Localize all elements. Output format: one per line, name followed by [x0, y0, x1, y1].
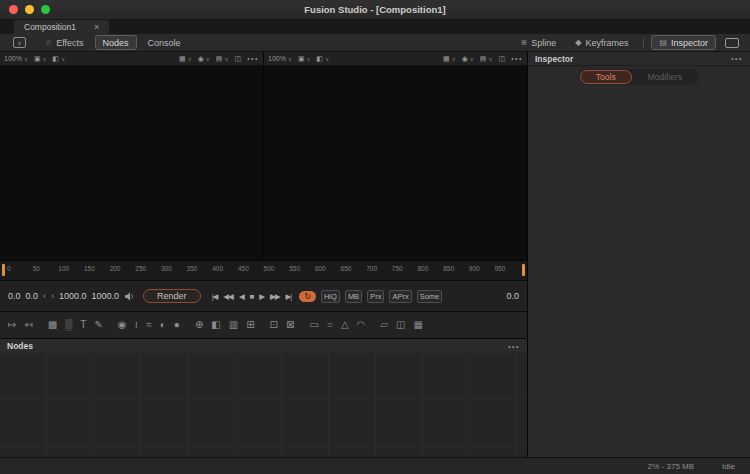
window-title: Fusion Studio - [Composition1]	[0, 4, 750, 15]
channel-select-dropdown[interactable]: ▦ ∨	[443, 55, 456, 63]
tool-dissolve-icon[interactable]: ◧	[211, 320, 220, 330]
tool-blur-icon[interactable]: ●	[174, 320, 180, 330]
auto-proxy-toggle[interactable]: APrx	[389, 290, 411, 303]
range-start-field[interactable]: 1000.0	[59, 291, 87, 301]
inspector-options-menu[interactable]: •••	[731, 55, 743, 62]
tool-hue-curves-icon[interactable]: ≈	[146, 320, 152, 330]
tool-bspline-mask-icon[interactable]: ◠	[357, 320, 366, 330]
tool-saver-icon[interactable]: ↤	[24, 320, 32, 330]
render-button[interactable]: Render	[143, 289, 201, 303]
goto-start-button[interactable]: |◀	[212, 292, 218, 301]
split-view-icon[interactable]: ◫	[235, 55, 242, 63]
fast-rewind-button[interactable]: ◀◀	[223, 292, 233, 301]
selective-update-toggle[interactable]: Some	[417, 290, 443, 303]
effects-icon: ☆	[45, 39, 52, 47]
external-monitor-icon[interactable]	[725, 38, 739, 48]
current-time-field[interactable]: 0.0	[8, 291, 21, 301]
playback-controls: |◀◀◀◀■▶▶▶▶|	[212, 292, 292, 301]
tool-color-corrector-icon[interactable]: ◉	[118, 320, 127, 330]
tool-camera-3d-icon[interactable]: ◫	[396, 320, 405, 330]
tool-channel-booleans-icon[interactable]: ⊞	[246, 320, 254, 330]
viewer-zoom-dropdown[interactable]: 100% ∨	[4, 55, 28, 62]
tool-polygon-mask-icon[interactable]: △	[341, 320, 349, 330]
close-tab-icon[interactable]: ×	[94, 22, 99, 32]
play-forward-button[interactable]: ▶	[259, 292, 264, 301]
viewer-fit-dropdown[interactable]: ▣ ∨	[298, 55, 311, 63]
spline-button[interactable]: ≋ Spline	[513, 35, 565, 50]
inspector-button[interactable]: ▤ Inspector	[651, 35, 716, 50]
color-controls-dropdown[interactable]: ◉ ∨	[198, 55, 210, 63]
lut-icon: ▤	[216, 55, 223, 63]
viewer-right-canvas[interactable]	[264, 66, 527, 260]
proxy-toggle[interactable]: Prx	[367, 290, 384, 303]
channel-select-dropdown[interactable]: ▦ ∨	[179, 55, 192, 63]
tool-ellipse-mask-icon[interactable]: ○	[327, 320, 333, 330]
hiq-toggle[interactable]: HiQ	[321, 290, 340, 303]
console-button[interactable]: Console	[140, 35, 189, 50]
node-graph-canvas[interactable]	[0, 353, 527, 457]
tool-background-icon[interactable]: ▩	[48, 320, 57, 330]
ruler-tick-800: 800	[418, 265, 444, 272]
composition-tab-bar: Composition1 ×	[0, 20, 750, 34]
viewer-zoom-dropdown[interactable]: 100% ∨	[268, 55, 292, 62]
render-range-end-marker[interactable]	[522, 264, 525, 276]
minimize-window-button[interactable]	[25, 5, 34, 14]
tool-rectangle-mask-icon[interactable]: ▭	[309, 320, 318, 330]
composition-tab[interactable]: Composition1 ×	[14, 20, 109, 34]
split-view-icon[interactable]: ◫	[499, 55, 506, 63]
audio-icon[interactable]	[124, 292, 135, 301]
keyframes-button[interactable]: ◆ Keyframes	[567, 35, 636, 50]
global-time-field[interactable]: 0.0	[26, 291, 39, 301]
ruler-tick-650: 650	[341, 265, 367, 272]
tool-brightness-contrast-icon[interactable]: ◐	[160, 320, 166, 330]
tool-color-curves-icon[interactable]: ≀	[135, 320, 139, 330]
goto-end-button[interactable]: ▶|	[286, 292, 292, 301]
nodes-button[interactable]: Nodes	[95, 35, 137, 50]
tool-matte-control-icon[interactable]: ▥	[229, 320, 238, 330]
viewer-ab-buffer-dropdown[interactable]: ◧ ∨	[53, 55, 66, 63]
tab-tools[interactable]: Tools	[580, 70, 632, 84]
frame-field[interactable]: 0.0	[506, 291, 519, 301]
tool-text-icon[interactable]: T	[80, 320, 86, 330]
play-reverse-button[interactable]: ◀	[239, 292, 244, 301]
tool-merge-icon[interactable]: ⊕	[195, 320, 203, 330]
zoom-window-button[interactable]	[41, 5, 50, 14]
main-toolbar: ∨ ☆ Effects Nodes Console ≋ Spline ◆ Key…	[0, 34, 750, 52]
inspector-body	[528, 87, 750, 457]
tool-fastnoise-icon[interactable]: ▒	[65, 320, 72, 330]
keyframes-icon: ◆	[575, 39, 581, 47]
viewer-options-menu[interactable]: •••	[247, 55, 259, 62]
loop-button[interactable]: ↻	[299, 291, 316, 302]
step-forward-button[interactable]: ›	[51, 291, 54, 301]
motion-blur-toggle[interactable]: MB	[345, 290, 362, 303]
tool-loader-icon[interactable]: ↦	[8, 320, 16, 330]
tool-resize-icon[interactable]: ⊠	[286, 320, 294, 330]
viewer-options-menu[interactable]: •••	[511, 55, 523, 62]
close-window-button[interactable]	[9, 5, 18, 14]
color-controls-dropdown[interactable]: ◉ ∨	[462, 55, 474, 63]
viewer-ab-buffer-dropdown[interactable]: ◧ ∨	[317, 55, 330, 63]
tool-renderer-3d-icon[interactable]: ▦	[413, 320, 422, 330]
tool-paint-icon[interactable]: ✎	[94, 320, 102, 330]
viewer-left-canvas[interactable]	[0, 66, 263, 260]
tab-modifiers[interactable]: Modifiers	[632, 70, 698, 84]
step-back-button[interactable]: ‹	[43, 291, 46, 301]
effects-button[interactable]: ☆ Effects	[37, 35, 92, 50]
nodes-options-menu[interactable]: •••	[508, 343, 520, 350]
ruler-tick-500: 500	[264, 265, 290, 272]
ruler-tick-450: 450	[238, 265, 264, 272]
tool-image-plane-3d-icon[interactable]: ▱	[380, 320, 388, 330]
lut-dropdown[interactable]: ▤ ∨	[480, 55, 493, 63]
time-ruler[interactable]: 0501001502002503003504004505005506006507…	[0, 260, 527, 280]
stop-button[interactable]: ■	[250, 292, 254, 301]
viewer-fit-dropdown[interactable]: ▣ ∨	[34, 55, 47, 63]
tool-transform-icon[interactable]: ⊡	[270, 320, 278, 330]
render-range-start-marker[interactable]	[2, 264, 5, 276]
ab-buffer-icon: ◧	[317, 55, 324, 63]
ui-layout-button[interactable]: ∨	[5, 35, 34, 50]
viewer-right-toolbar: 100% ∨ ▣ ∨ ◧ ∨ ▦	[264, 52, 527, 66]
fast-forward-button[interactable]: ▶▶	[270, 292, 280, 301]
range-end-field[interactable]: 1000.0	[92, 291, 120, 301]
lut-dropdown[interactable]: ▤ ∨	[216, 55, 229, 63]
toolbar-separator	[643, 37, 644, 48]
